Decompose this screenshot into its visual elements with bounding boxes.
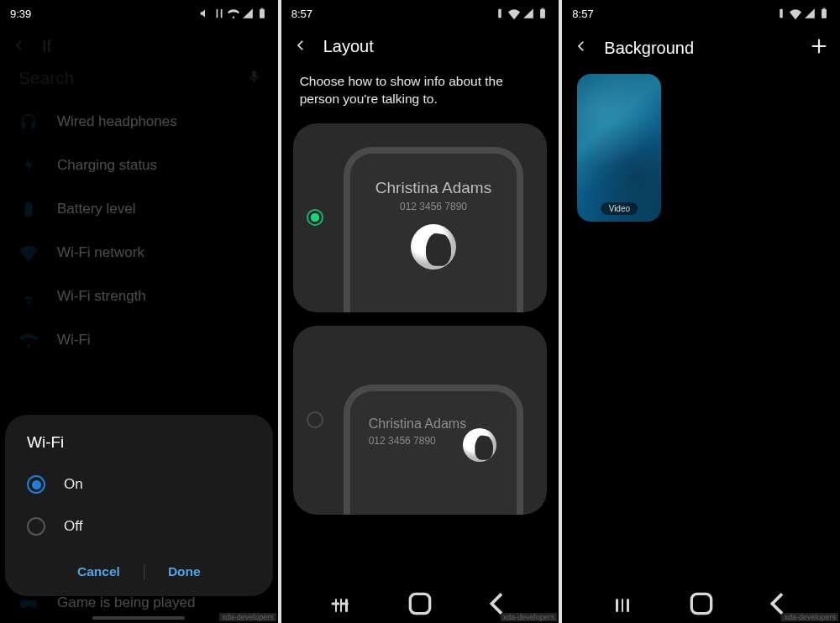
- radio-label: On: [64, 476, 83, 493]
- vol-mute-icon: [199, 8, 211, 19]
- page-title: Background: [604, 39, 694, 58]
- headphones-icon: [18, 112, 39, 132]
- recents-icon: [335, 599, 348, 612]
- vibrate-icon: [494, 8, 506, 19]
- list-item[interactable]: Wired headphones: [0, 100, 278, 144]
- radio-icon: [307, 209, 323, 226]
- svg-rect-15: [822, 9, 827, 18]
- panel-background: 8:57 Background Video xda-developers: [562, 0, 840, 623]
- svg-rect-3: [27, 202, 30, 203]
- battery-icon: [537, 8, 549, 19]
- header-row: Background: [562, 24, 840, 71]
- sheet-buttons: Cancel Done: [12, 547, 266, 588]
- list-item[interactable]: Wi-Fi: [0, 318, 278, 362]
- avatar: [411, 224, 456, 270]
- radio-option-off[interactable]: Off: [12, 505, 266, 547]
- thumbnail-badge: Video: [601, 202, 638, 215]
- svg-rect-5: [540, 9, 545, 18]
- panel-layout: 8:57 Layout Choose how to show info abou…: [281, 0, 559, 623]
- status-clock: 9:39: [10, 8, 31, 20]
- status-icons-right: [199, 8, 268, 19]
- list-item-label: Wi-Fi: [57, 332, 91, 348]
- svg-rect-4: [499, 9, 502, 18]
- signal-icon: [804, 8, 816, 19]
- panel-if-condition: 9:39 If Wired headphones Charging status…: [0, 0, 278, 623]
- page-title: Layout: [323, 37, 374, 56]
- avatar: [463, 428, 496, 462]
- condition-list: Wired headphones Charging status Battery…: [0, 100, 278, 362]
- watermark: xda-developers: [501, 613, 558, 621]
- status-icons-right: [494, 8, 549, 19]
- search-input[interactable]: [18, 68, 239, 88]
- radio-icon: [307, 411, 323, 428]
- battery-icon: [818, 8, 830, 19]
- header-row: Layout: [281, 24, 559, 68]
- svg-rect-0: [260, 9, 265, 18]
- watermark: xda-developers: [219, 613, 276, 621]
- svg-rect-13: [410, 594, 429, 613]
- list-item-label: Wi-Fi network: [57, 244, 144, 261]
- gesture-handle[interactable]: [92, 616, 185, 620]
- svg-rect-6: [542, 8, 543, 9]
- layout-description: Choose how to show info about the person…: [281, 68, 559, 123]
- back-button[interactable]: [761, 592, 795, 615]
- wifi-icon: [790, 8, 801, 19]
- back-button[interactable]: [480, 592, 514, 615]
- back-icon[interactable]: [293, 38, 308, 56]
- status-clock: 8:57: [572, 8, 593, 20]
- wifi-network-icon: [18, 243, 39, 263]
- status-bar: 8:57: [281, 0, 559, 24]
- signal-icon: [522, 8, 534, 19]
- radio-option-on[interactable]: On: [12, 463, 266, 505]
- search-row: [0, 68, 278, 100]
- radio-label: Off: [64, 518, 82, 535]
- battery-icon: [256, 8, 268, 19]
- home-button[interactable]: [403, 592, 437, 615]
- done-button[interactable]: Done: [144, 559, 224, 584]
- svg-rect-16: [823, 8, 825, 9]
- signal-icon: [242, 8, 254, 19]
- bolt-icon: [18, 155, 39, 175]
- battery-level-icon: [18, 199, 39, 219]
- list-item[interactable]: Battery level: [0, 187, 278, 231]
- list-item[interactable]: Wi-Fi strength: [0, 275, 278, 318]
- layout-option-large[interactable]: Christina Adams 012 3456 7890: [293, 123, 548, 312]
- wifi-icon: [508, 8, 520, 19]
- svg-rect-1: [261, 8, 263, 9]
- status-bar: 8:57: [562, 0, 840, 24]
- vibrate-icon: [213, 8, 225, 19]
- svg-rect-14: [780, 9, 783, 18]
- svg-rect-19: [691, 594, 711, 613]
- mic-icon[interactable]: [247, 70, 261, 87]
- phone-frame-preview: Christina Adams 012 3456 7890: [344, 385, 524, 515]
- vibrate-icon: [775, 8, 787, 19]
- radio-icon: [27, 517, 45, 536]
- watermark: xda-developers: [781, 613, 838, 621]
- wifi-bottom-sheet: Wi-Fi On Off Cancel Done: [5, 415, 273, 596]
- list-item-label: Game is being played: [57, 594, 195, 611]
- back-icon[interactable]: [574, 39, 589, 57]
- add-button[interactable]: [810, 37, 828, 59]
- back-icon[interactable]: [12, 38, 27, 56]
- page-title: If: [42, 37, 51, 56]
- wifi-icon: [228, 8, 239, 19]
- header-row: If: [0, 24, 278, 68]
- list-item-label: Wired headphones: [57, 113, 177, 130]
- list-item-label: Battery level: [57, 201, 136, 217]
- svg-rect-2: [24, 203, 32, 217]
- status-icons-right: [775, 8, 830, 19]
- list-item-label: Wi-Fi strength: [57, 288, 146, 305]
- home-button[interactable]: [685, 592, 718, 615]
- cancel-button[interactable]: Cancel: [54, 559, 144, 584]
- wifi-icon: [18, 330, 39, 350]
- status-clock: 8:57: [291, 8, 312, 20]
- list-item-label: Charging status: [57, 157, 157, 174]
- wifi-strength-icon: [18, 286, 39, 306]
- recents-icon: [616, 599, 628, 612]
- phone-frame-preview: Christina Adams 012 3456 7890: [344, 147, 524, 312]
- list-item[interactable]: Charging status: [0, 144, 278, 187]
- contact-number: 012 3456 7890: [365, 201, 502, 212]
- list-item[interactable]: Wi-Fi network: [0, 231, 278, 275]
- layout-option-small[interactable]: Christina Adams 012 3456 7890: [293, 326, 548, 515]
- background-thumbnail[interactable]: Video: [577, 74, 661, 222]
